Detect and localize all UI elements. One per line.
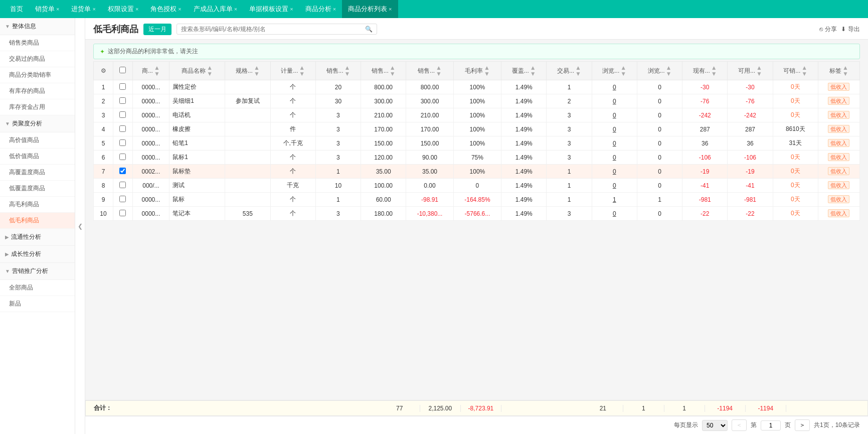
col-header-tag[interactable]: 标签 ▲▼ xyxy=(818,62,859,80)
col-header-sales_price[interactable]: 销售... ▲▼ xyxy=(361,62,406,80)
nav-close-icon[interactable]: × xyxy=(234,6,237,12)
cell-checkbox[interactable] xyxy=(113,94,133,108)
nav-close-icon[interactable]: × xyxy=(178,6,181,12)
browse-link[interactable]: 0 xyxy=(613,168,616,175)
search-input[interactable] xyxy=(181,26,365,33)
cell-checkbox[interactable] xyxy=(113,179,133,193)
col-header-name[interactable]: 商品名称 ▲▼ xyxy=(169,62,225,80)
col-header-browse2[interactable]: 浏览... ▲▼ xyxy=(637,62,682,80)
nav-item-商品分析[interactable]: 商品分析 × xyxy=(299,0,342,18)
cell-browse1[interactable]: 0 xyxy=(592,122,637,136)
row-checkbox[interactable] xyxy=(119,154,126,160)
cell-checkbox[interactable] xyxy=(113,151,133,165)
nav-item-销货单[interactable]: 销货单 × xyxy=(29,0,65,18)
browse-link[interactable]: 0 xyxy=(613,126,616,133)
prev-page-button[interactable]: ＜ xyxy=(732,419,747,431)
browse-link[interactable]: 0 xyxy=(613,112,616,119)
browse-link[interactable]: 0 xyxy=(613,182,616,189)
cell-checkbox[interactable] xyxy=(113,108,133,122)
date-filter-button[interactable]: 近一月 xyxy=(143,24,171,35)
nav-item-角色授权[interactable]: 角色授权 × xyxy=(144,0,187,18)
col-header-available[interactable]: 可用... ▲▼ xyxy=(728,62,773,80)
col-header-transaction[interactable]: 交易... ▲▼ xyxy=(547,62,592,80)
cell-browse1[interactable]: 1 xyxy=(592,193,637,207)
nav-close-icon[interactable]: × xyxy=(333,6,336,12)
col-header-coverage[interactable]: 覆盖... ▲▼ xyxy=(501,62,547,80)
sidebar-item-新品[interactable]: 新品 xyxy=(0,296,75,312)
sidebar-item-有库存的商品[interactable]: 有库存的商品 xyxy=(0,83,75,99)
sidebar-item-高覆盖度商品[interactable]: 高覆盖度商品 xyxy=(0,165,75,181)
col-header-unit[interactable]: 计量... ▲▼ xyxy=(270,62,315,80)
cell-browse1[interactable]: 0 xyxy=(592,80,637,94)
sidebar-item-库存资金占用[interactable]: 库存资金占用 xyxy=(0,99,75,115)
cell-checkbox[interactable] xyxy=(113,136,133,151)
sidebar-item-销售类商品[interactable]: 销售类商品 xyxy=(0,35,75,51)
browse-link[interactable]: 0 xyxy=(613,98,616,105)
row-checkbox[interactable] xyxy=(119,97,126,104)
cell-browse1[interactable]: 0 xyxy=(592,136,637,151)
sidebar-group-营销推广分析[interactable]: ▼ 营销推广分析 xyxy=(0,263,75,280)
nav-close-icon[interactable]: × xyxy=(389,6,392,12)
row-checkbox[interactable] xyxy=(119,125,126,132)
row-checkbox[interactable] xyxy=(119,182,126,188)
col-header-current_stock[interactable]: 现有... ▲▼ xyxy=(682,62,728,80)
col-header-sales_amount[interactable]: 销售... ▲▼ xyxy=(406,62,453,80)
nav-item-首页[interactable]: 首页 xyxy=(4,0,29,18)
browse-link[interactable]: 0 xyxy=(613,84,616,91)
col-header-browse1[interactable]: 浏览... ▲▼ xyxy=(592,62,637,80)
row-checkbox[interactable] xyxy=(119,139,126,146)
nav-item-权限设置[interactable]: 权限设置 × xyxy=(102,0,144,18)
row-checkbox[interactable] xyxy=(119,196,126,202)
row-checkbox[interactable] xyxy=(119,111,126,118)
nav-item-商品分析列表[interactable]: 商品分析列表 × xyxy=(342,0,398,18)
cell-browse1[interactable]: 0 xyxy=(592,151,637,165)
sidebar-item-全部商品[interactable]: 全部商品 xyxy=(0,280,75,296)
col-header-code[interactable]: 商... ▲▼ xyxy=(132,62,169,80)
sidebar-item-低毛利商品[interactable]: 低毛利商品 xyxy=(0,213,75,229)
cell-browse1[interactable]: 0 xyxy=(592,179,637,193)
nav-close-icon[interactable]: × xyxy=(135,6,138,12)
nav-item-单据模板设置[interactable]: 单据模板设置 × xyxy=(243,0,299,18)
page-number-input[interactable] xyxy=(761,420,781,430)
col-header-sales_qty[interactable]: 销售... ▲▼ xyxy=(315,62,361,80)
browse-link[interactable]: 1 xyxy=(613,196,616,203)
nav-item-进货单[interactable]: 进货单 × xyxy=(65,0,101,18)
cell-checkbox[interactable] xyxy=(113,122,133,136)
page-size-select[interactable]: 50 100 200 xyxy=(702,420,728,431)
sidebar-collapse-btn[interactable]: ❮ xyxy=(75,18,85,434)
col-header-sellable[interactable]: 可销... ▲▼ xyxy=(773,62,818,80)
nav-item-产成品入库单[interactable]: 产成品入库单 × xyxy=(188,0,243,18)
share-button[interactable]: ⎋ 分享 xyxy=(819,25,837,34)
sidebar-item-高毛利商品[interactable]: 高毛利商品 xyxy=(0,197,75,213)
col-header-gross_margin[interactable]: 毛利率 ▲▼ xyxy=(453,62,501,80)
sidebar-group-整体信息[interactable]: ▼ 整体信息 xyxy=(0,18,75,35)
cell-browse1[interactable]: 0 xyxy=(592,94,637,108)
cell-browse1[interactable]: 0 xyxy=(592,165,637,179)
cell-browse1[interactable]: 0 xyxy=(592,108,637,122)
sidebar-group-成长性分析[interactable]: ▶ 成长性分析 xyxy=(0,246,75,263)
col-header-spec[interactable]: 规格... ▲▼ xyxy=(225,62,270,80)
nav-close-icon[interactable]: × xyxy=(92,6,95,12)
row-checkbox[interactable] xyxy=(119,83,126,90)
select-all-checkbox[interactable] xyxy=(119,67,126,73)
sidebar-item-交易过的商品[interactable]: 交易过的商品 xyxy=(0,51,75,67)
cell-checkbox[interactable] xyxy=(113,193,133,207)
sidebar-item-低覆盖度商品[interactable]: 低覆盖度商品 xyxy=(0,181,75,197)
search-icon[interactable]: 🔍 xyxy=(365,26,373,33)
sidebar-item-低价值商品[interactable]: 低价值商品 xyxy=(0,149,75,165)
row-checkbox[interactable] xyxy=(119,168,126,174)
sidebar-item-商品分类助销率[interactable]: 商品分类助销率 xyxy=(0,67,75,83)
settings-icon[interactable]: ⚙ xyxy=(101,67,106,74)
cell-checkbox[interactable] xyxy=(113,207,133,221)
browse-link[interactable]: 0 xyxy=(613,140,616,147)
sidebar-item-高价值商品[interactable]: 高价值商品 xyxy=(0,132,75,149)
browse-link[interactable]: 0 xyxy=(613,154,616,161)
sidebar-group-类聚度分析[interactable]: ▼ 类聚度分析 xyxy=(0,115,75,132)
nav-close-icon[interactable]: × xyxy=(290,6,293,12)
cell-browse1[interactable]: 0 xyxy=(592,207,637,221)
sidebar-group-流通性分析[interactable]: ▶ 流通性分析 xyxy=(0,229,75,246)
nav-close-icon[interactable]: × xyxy=(56,6,59,12)
next-page-button[interactable]: ＞ xyxy=(795,419,810,431)
cell-checkbox[interactable] xyxy=(113,165,133,179)
export-button[interactable]: ⬇ 导出 xyxy=(841,25,860,34)
